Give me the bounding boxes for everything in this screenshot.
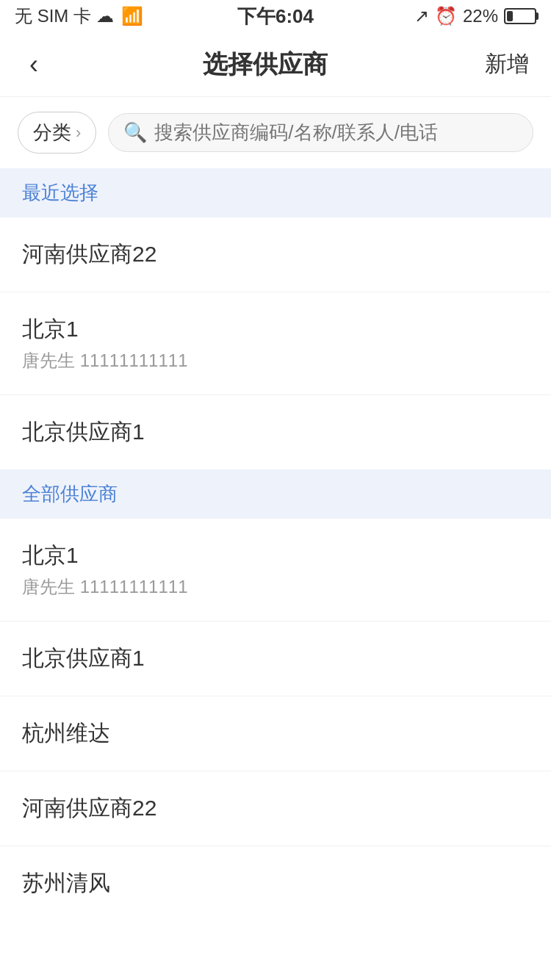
item-name: 河南供应商22 <box>22 239 529 270</box>
search-input-wrap: 🔍 <box>108 113 533 152</box>
list-item[interactable]: 北京供应商1 <box>0 621 551 696</box>
add-button[interactable]: 新增 <box>485 49 529 79</box>
item-name: 河南供应商22 <box>22 793 529 824</box>
item-sub: 唐先生 11111111111 <box>22 575 529 599</box>
list-item[interactable]: 杭州维达 <box>0 696 551 771</box>
category-label: 分类 <box>33 120 71 145</box>
battery-text: 22% <box>463 6 498 26</box>
wifi-icon: 📶 <box>121 6 143 26</box>
list-item[interactable]: 河南供应商22 <box>0 217 551 292</box>
list-item[interactable]: 苏州清风 <box>0 846 551 920</box>
chevron-right-icon: › <box>76 123 81 143</box>
list-item[interactable]: 河南供应商22 <box>0 771 551 846</box>
search-bar: 分类 › 🔍 <box>0 97 551 168</box>
item-name: 北京1 <box>22 541 529 571</box>
page-title: 选择供应商 <box>203 48 328 82</box>
status-left: 无 SIM 卡 ☁ 📶 <box>15 4 143 28</box>
location-icon: ↗ <box>414 6 429 26</box>
list-item[interactable]: 北京1 唐先生 11111111111 <box>0 519 551 621</box>
status-right: ↗ ⏰ 22% <box>414 6 536 26</box>
all-items-list: 北京1 唐先生 11111111111 北京供应商1 杭州维达 河南供应商22 … <box>0 519 551 920</box>
item-sub: 唐先生 11111111111 <box>22 349 529 372</box>
list-item[interactable]: 北京1 唐先生 11111111111 <box>0 292 551 395</box>
status-time: 下午6:04 <box>237 4 314 29</box>
all-section-label: 全部供应商 <box>22 483 118 505</box>
search-input[interactable] <box>154 121 518 144</box>
recent-section-header: 最近选择 <box>0 168 551 217</box>
nav-bar: ‹ 选择供应商 新增 <box>0 32 551 97</box>
category-button[interactable]: 分类 › <box>18 112 96 154</box>
back-button[interactable]: ‹ <box>22 42 46 87</box>
status-bar: 无 SIM 卡 ☁ 📶 下午6:04 ↗ ⏰ 22% <box>0 0 551 32</box>
item-name: 苏州清风 <box>22 868 529 898</box>
recent-section-label: 最近选择 <box>22 181 98 203</box>
list-item[interactable]: 北京供应商1 <box>0 395 551 469</box>
item-name: 北京供应商1 <box>22 644 529 674</box>
all-section-header: 全部供应商 <box>0 469 551 519</box>
recent-items-list: 河南供应商22 北京1 唐先生 11111111111 北京供应商1 <box>0 217 551 469</box>
item-name: 杭州维达 <box>22 718 529 749</box>
item-name: 北京1 <box>22 314 529 345</box>
search-icon: 🔍 <box>123 121 147 144</box>
sim-status: 无 SIM 卡 ☁ <box>15 4 114 28</box>
battery-icon <box>504 8 536 24</box>
item-name: 北京供应商1 <box>22 417 529 447</box>
alarm-icon: ⏰ <box>435 6 457 26</box>
